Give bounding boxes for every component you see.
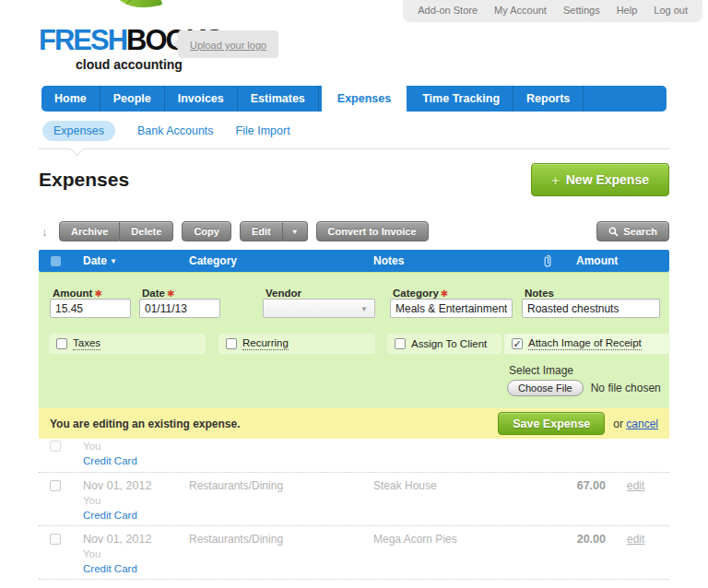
edit-dropdown-caret[interactable]: ▼ bbox=[283, 221, 308, 241]
editing-message: You are editing an existing expense. bbox=[50, 417, 241, 430]
table-row: Nov 01, 2012 You Credit Card Restaurants… bbox=[39, 525, 669, 579]
topbar-link-logout[interactable]: Log out bbox=[654, 5, 688, 16]
row-date: Nov 01, 2012 bbox=[83, 533, 151, 546]
search-label: Search bbox=[623, 226, 657, 237]
edit-button[interactable]: Edit bbox=[240, 221, 283, 241]
column-header-date[interactable]: Date▼ bbox=[83, 250, 117, 273]
amount-input[interactable] bbox=[50, 299, 131, 318]
category-input[interactable] bbox=[390, 299, 513, 318]
payment-method-link[interactable]: Credit Card bbox=[83, 563, 137, 574]
subnav-item-bank-accounts[interactable]: Bank Accounts bbox=[137, 124, 214, 137]
topbar-link-settings[interactable]: Settings bbox=[563, 5, 600, 16]
recurring-label: Recurring bbox=[242, 337, 289, 350]
required-icon: ✱ bbox=[441, 288, 448, 299]
nav-tab-expenses[interactable]: Expenses bbox=[322, 81, 407, 116]
notes-input[interactable] bbox=[522, 299, 660, 318]
nav-tab-time-tracking[interactable]: Time Tracking bbox=[409, 86, 513, 112]
upload-logo-button[interactable]: Upload your logo bbox=[178, 30, 278, 58]
brand-tagline: cloud accounting bbox=[76, 57, 222, 72]
sub-nav: Expenses Bank Accounts File Import bbox=[42, 121, 290, 141]
archive-button[interactable]: Archive bbox=[59, 221, 120, 241]
column-header-category: Category bbox=[189, 250, 237, 272]
assign-to-client-checkbox-option[interactable]: Assign To Client bbox=[387, 334, 502, 354]
row-date: Nov 01, 2012 bbox=[83, 479, 151, 492]
vendor-label-text: Vendor bbox=[266, 288, 301, 299]
taxes-checkbox[interactable] bbox=[56, 338, 67, 349]
page-title: Expenses bbox=[39, 169, 129, 191]
bulk-actions-toolbar: ↓ Archive Delete Copy Edit ▼ Convert to … bbox=[39, 220, 669, 242]
nav-tab-home[interactable]: Home bbox=[41, 86, 100, 112]
table-row: Nov 01, 2012 You Credit Card Restaurants… bbox=[39, 472, 669, 525]
row-checkbox[interactable] bbox=[50, 534, 61, 545]
row-checkbox[interactable] bbox=[50, 441, 61, 452]
subnav-item-expenses[interactable]: Expenses bbox=[42, 121, 115, 141]
brand-fresh: FRESH bbox=[39, 24, 126, 56]
recurring-checkbox-option[interactable]: Recurring bbox=[218, 334, 375, 354]
edit-split-button: Edit ▼ bbox=[240, 221, 308, 241]
nav-tab-reports[interactable]: Reports bbox=[513, 86, 584, 112]
taxes-checkbox-option[interactable]: Taxes bbox=[49, 334, 206, 354]
main-nav: Home People Invoices Estimates Expenses … bbox=[41, 86, 667, 112]
chevron-down-icon: ▼ bbox=[360, 305, 368, 313]
nav-tab-people[interactable]: People bbox=[100, 86, 165, 112]
row-notes: Steak House bbox=[373, 479, 437, 492]
payment-method-link[interactable]: Credit Card bbox=[83, 455, 137, 466]
new-expense-button[interactable]: + New Expense bbox=[531, 163, 669, 196]
plus-icon: + bbox=[551, 172, 560, 188]
copy-button[interactable]: Copy bbox=[182, 221, 231, 241]
attach-receipt-checkbox-option[interactable]: ✓ Attach Image of Receipt bbox=[504, 334, 670, 354]
category-label-text: Category bbox=[393, 288, 439, 299]
row-who: You bbox=[83, 441, 100, 452]
assign-to-client-checkbox[interactable] bbox=[395, 338, 406, 349]
assign-to-client-label: Assign To Client bbox=[411, 338, 487, 350]
select-image-label: Select Image bbox=[509, 364, 573, 377]
attach-receipt-checkbox[interactable]: ✓ bbox=[512, 338, 523, 349]
convert-to-invoice-button[interactable]: Convert to Invoice bbox=[316, 221, 429, 241]
utility-nav: Add-on Store My Account Settings Help Lo… bbox=[403, 0, 702, 22]
row-category: Restaurants/Dining bbox=[189, 533, 283, 546]
expense-edit-form: Amount✱ Date✱ Vendor ▼ Category✱ Notes T… bbox=[39, 272, 669, 408]
paperclip-icon bbox=[543, 254, 552, 271]
recurring-checkbox[interactable] bbox=[226, 338, 237, 349]
attach-receipt-label: Attach Image of Receipt bbox=[528, 337, 642, 350]
subnav-item-file-import[interactable]: File Import bbox=[236, 124, 290, 137]
delete-button[interactable]: Delete bbox=[120, 221, 173, 241]
topbar-link-my-account[interactable]: My Account bbox=[494, 5, 547, 16]
expense-rows: You Credit Card Nov 01, 2012 You Credit … bbox=[39, 439, 669, 580]
vendor-select[interactable]: ▼ bbox=[263, 299, 375, 318]
cancel-link[interactable]: cancel bbox=[626, 417, 658, 430]
choose-file-button[interactable]: Choose File bbox=[507, 380, 584, 396]
search-button[interactable]: Search bbox=[596, 221, 669, 241]
column-header-notes: Notes bbox=[373, 250, 404, 272]
row-edit-link[interactable]: edit bbox=[627, 479, 644, 492]
or-text: or bbox=[613, 417, 623, 430]
row-notes: Mega Acorn Pies bbox=[373, 533, 457, 546]
select-all-checkbox[interactable] bbox=[51, 256, 61, 266]
required-icon: ✱ bbox=[167, 288, 174, 299]
save-expense-button[interactable]: Save Expense bbox=[498, 412, 605, 435]
subnav-divider bbox=[39, 148, 669, 149]
date-header-label: Date bbox=[83, 254, 107, 267]
row-divider bbox=[39, 579, 669, 580]
row-category: Restaurants/Dining bbox=[189, 479, 283, 492]
column-header-amount: Amount bbox=[576, 250, 618, 272]
date-input[interactable] bbox=[139, 299, 220, 318]
row-edit-link[interactable]: edit bbox=[627, 533, 644, 546]
payment-method-link[interactable]: Credit Card bbox=[83, 510, 137, 521]
required-icon: ✱ bbox=[94, 288, 101, 299]
editing-notice-bar: You are editing an existing expense. Sav… bbox=[39, 408, 669, 439]
move-down-icon: ↓ bbox=[39, 225, 51, 239]
topbar-link-help[interactable]: Help bbox=[617, 5, 638, 16]
row-who: You bbox=[83, 548, 100, 559]
expense-table-header: Date▼ Category Notes Amount bbox=[39, 250, 669, 272]
nav-tab-estimates[interactable]: Estimates bbox=[238, 86, 319, 112]
row-amount: 20.00 bbox=[518, 533, 606, 546]
taxes-label: Taxes bbox=[73, 337, 100, 350]
notes-label-text: Notes bbox=[525, 288, 554, 299]
row-checkbox[interactable] bbox=[50, 480, 61, 491]
nav-tab-invoices[interactable]: Invoices bbox=[165, 86, 238, 112]
topbar-link-addon-store[interactable]: Add-on Store bbox=[418, 5, 478, 16]
table-row: You Credit Card bbox=[39, 439, 669, 472]
sort-desc-icon: ▼ bbox=[110, 257, 117, 265]
search-icon bbox=[608, 227, 619, 237]
